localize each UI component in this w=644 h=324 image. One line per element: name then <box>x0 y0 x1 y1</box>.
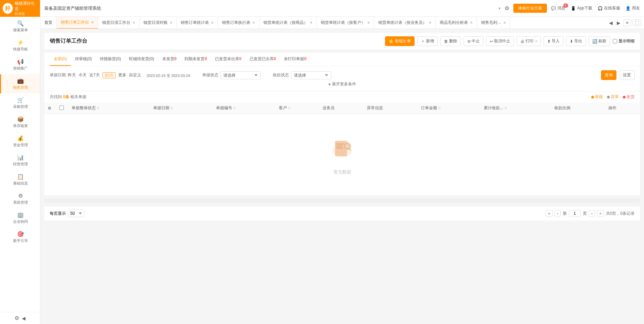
last-page-btn[interactable]: » <box>597 210 604 217</box>
query-btn[interactable]: 查询 <box>601 70 616 80</box>
first-page-btn[interactable]: « <box>546 210 553 217</box>
sidebar-collapse-icon[interactable]: ◀ <box>22 316 26 321</box>
stop-btn[interactable]: ⊘ 中止 <box>464 36 483 46</box>
tab-close-5[interactable]: ✕ <box>252 21 255 25</box>
date-1month[interactable]: 近1月 <box>102 72 116 78</box>
ship-btn[interactable]: 发货 <box>623 94 635 100</box>
import-btn[interactable]: ⬆ 导入 <box>544 36 563 46</box>
tab-5[interactable]: 销售订单执行表✕ <box>218 17 259 29</box>
app-download-btn[interactable]: 📱 App下载 <box>571 5 592 11</box>
sidebar-item-enterprise[interactable]: 🏢企业协同 <box>0 208 40 228</box>
expand-more-btn[interactable]: ▾ 展开更多条件 <box>329 81 356 87</box>
tab-close-7[interactable]: ✕ <box>367 21 370 25</box>
th-checkbox[interactable] <box>55 103 68 114</box>
user-btn[interactable]: 👤 用友 <box>626 5 640 11</box>
refresh-btn[interactable]: 🔄 刷新 <box>589 36 610 46</box>
tab-close-4[interactable]: ✕ <box>211 21 214 25</box>
cancel-audit-btn[interactable]: 弃审 <box>607 94 619 100</box>
tab-close-2[interactable]: ✕ <box>132 21 135 25</box>
sidebar-label-inventory: 库存核算 <box>13 123 28 128</box>
settings-btn[interactable]: 设置 <box>619 70 635 80</box>
status-select[interactable]: 请选择 <box>220 71 261 79</box>
page-input[interactable] <box>569 210 581 217</box>
sidebar-item-purchase[interactable]: 🛒采购管理 <box>0 93 40 113</box>
filter-tab-4[interactable]: 未发货0 <box>158 53 181 66</box>
sidebar-item-guide[interactable]: 🎯新手引导 <box>0 228 40 247</box>
sidebar-item-marketing[interactable]: 📢营销推广 <box>0 55 40 74</box>
filter-tab-count-7: 0 <box>274 56 276 61</box>
add-btn[interactable]: ＋ 新增 <box>417 36 438 46</box>
page-nav: « ‹ 第 页 › » 共0页，0条记录 <box>546 210 635 217</box>
tab-4[interactable]: 销售订单统计表✕ <box>177 17 218 29</box>
filter-tab-1[interactable]: 待审核(0) <box>71 53 96 66</box>
experience-btn[interactable]: 体验行业方案 <box>513 4 547 13</box>
tab-label-2: 钱货日清工作台 <box>102 20 130 26</box>
filter-tab-2[interactable]: 待拣验货(0) <box>96 53 125 66</box>
delete-btn[interactable]: 🗑 删除 <box>440 36 461 46</box>
refresh-icon: 🔄 <box>592 39 597 44</box>
tab-9[interactable]: 商品毛利分析表✕ <box>436 17 477 29</box>
sidebar-item-operation[interactable]: 📊经营管理 <box>0 151 40 170</box>
tab-label-1: 销售订单工作台 <box>61 19 89 25</box>
tab-prev-btn[interactable]: ◀ <box>608 19 614 26</box>
sidebar-item-system[interactable]: ⚙系统管理 <box>0 189 40 208</box>
payment-select[interactable]: 请选择 <box>291 71 331 79</box>
prev-page-btn[interactable]: ‹ <box>555 210 561 217</box>
topbar-actions: 💬 消息 6 📱 App下载 🎧 在线客服 👤 用友 <box>551 5 640 11</box>
date-7days[interactable]: 近7天 <box>89 72 100 78</box>
tab-6[interactable]: 销货单统计表（按商品）✕ <box>259 17 317 29</box>
print-btn[interactable]: 🖨 打印 ▾ <box>517 36 541 46</box>
empty-icon <box>329 134 356 166</box>
next-page-btn[interactable]: › <box>589 210 595 217</box>
filter-tab-8[interactable]: 未打印单据0 <box>280 53 310 66</box>
sidebar-item-basic[interactable]: 📋基础信息 <box>0 170 40 189</box>
export-btn[interactable]: ⬇ 导出 <box>566 36 586 46</box>
filter-tab-6[interactable]: 已发货未出库0 <box>211 53 246 66</box>
filter-tab-3[interactable]: 旺铺待发货(0) <box>125 53 158 66</box>
tab-0[interactable]: 首页 <box>40 17 57 29</box>
tab-close-6[interactable]: ✕ <box>310 21 312 25</box>
cancel-stop-btn[interactable]: ↩ 取消中止 <box>486 36 514 46</box>
horizontal-scrollbar[interactable] <box>44 199 640 203</box>
date-custom[interactable]: 自定义 <box>129 72 141 78</box>
tab-close-3[interactable]: ✕ <box>170 21 172 25</box>
filter-tab-7[interactable]: 已发货已出库0 <box>246 53 280 66</box>
tab-close-all-btn[interactable]: ✕ <box>623 19 631 26</box>
sidebar-item-search[interactable]: 🔍搜索菜单 <box>0 17 40 36</box>
sidebar-icon-quick-nav: ⚡ <box>17 39 24 46</box>
sidebar-item-quick-nav[interactable]: ⚡快捷导航 <box>0 36 40 55</box>
tab-10[interactable]: 销售毛利…✕ <box>477 17 510 29</box>
tab-next-btn[interactable]: ▶ <box>615 19 622 26</box>
tab-3[interactable]: 钱货日清对账✕ <box>139 17 177 29</box>
headset-icon: 🎧 <box>598 6 603 11</box>
star-icon: ⭐ <box>389 39 394 44</box>
sidebar-settings-icon[interactable]: ⚙ <box>14 315 19 321</box>
date-today[interactable]: 今天 <box>79 72 87 78</box>
svg-rect-2 <box>336 144 344 145</box>
sidebar-item-inventory[interactable]: 📦库存核算 <box>0 113 40 132</box>
date-yesterday[interactable]: 昨天 <box>68 72 76 78</box>
tab-close-9[interactable]: ✕ <box>470 21 473 25</box>
filter-tab-0[interactable]: 全部(0) <box>50 53 71 66</box>
audit-btn[interactable]: 审核 <box>591 94 603 100</box>
th-settings[interactable]: ⚙ <box>44 103 55 114</box>
topbar-settings-icon[interactable]: ⚙ <box>505 5 509 11</box>
sidebar-item-finance[interactable]: 💰资金管理 <box>0 132 40 151</box>
tab-8[interactable]: 销货单统计表（按业务员）✕ <box>374 17 436 29</box>
topbar-dropdown-icon[interactable]: ▾ <box>499 6 501 11</box>
tab-2[interactable]: 钱货日清工作台✕ <box>98 17 139 29</box>
date-more[interactable]: 更多 <box>118 72 126 78</box>
filter-tab-5[interactable]: 到期未发货0 <box>180 53 211 66</box>
tab-close-10[interactable]: ✕ <box>503 21 506 25</box>
message-btn[interactable]: 💬 消息 6 <box>551 5 565 11</box>
tab-close-8[interactable]: ✕ <box>429 21 431 25</box>
online-service-btn[interactable]: 🎧 在线客服 <box>598 5 620 11</box>
show-detail-checkbox[interactable]: 显示明细 <box>613 38 635 44</box>
per-page-select[interactable]: 50 10 20 100 <box>68 210 84 217</box>
smart-create-btn[interactable]: ⭐ 智能生单 <box>385 36 415 46</box>
tab-maximize-btn[interactable]: ⛶ <box>633 19 641 26</box>
tab-7[interactable]: 销货单统计表（按客户）✕ <box>317 17 374 29</box>
tab-close-1[interactable]: ✕ <box>91 21 94 24</box>
tab-1[interactable]: 销售订单工作台✕ <box>57 17 98 29</box>
sidebar-item-sales[interactable]: 💼销售管理 <box>0 74 40 93</box>
